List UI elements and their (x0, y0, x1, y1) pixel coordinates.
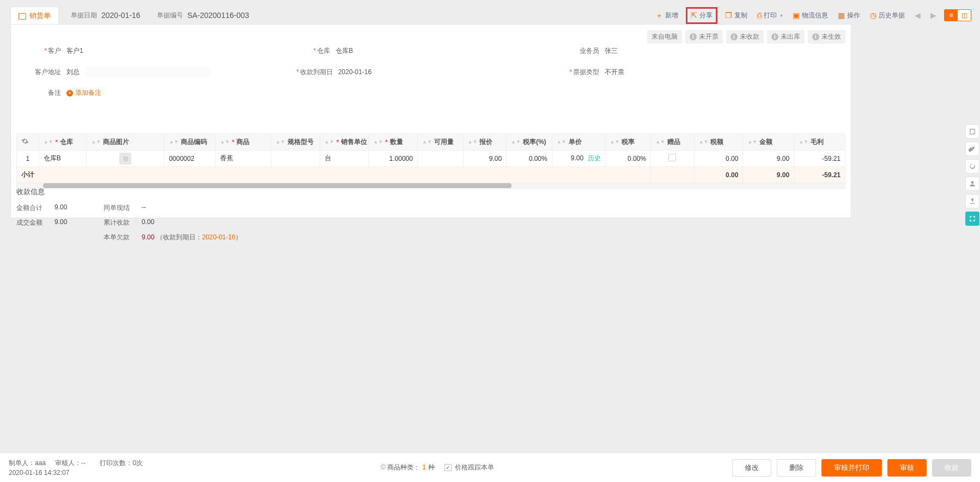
share-icon: ⇱ (691, 11, 697, 19)
col-image[interactable]: ▲▼商品图片 (87, 134, 165, 150)
info-icon: i (731, 33, 738, 40)
cell-qty: 1.00000 (369, 150, 418, 167)
doc-date-label: 单据日期 (71, 11, 97, 20)
field-warehouse: *仓库 仓库B (296, 46, 565, 56)
cell-amount: 9.00 (743, 150, 794, 167)
history-icon: ◷ (870, 11, 876, 19)
new-button[interactable]: ＋ 新增 (653, 10, 680, 21)
status-uneffective: i未生效 (808, 30, 845, 44)
side-expand-button[interactable] (965, 212, 979, 226)
payinfo-title: 收款信息 (16, 187, 245, 197)
audit-print-button[interactable]: 审核并打印 (821, 459, 882, 477)
subtotal-amount: 9.00 (743, 167, 794, 183)
col-profit[interactable]: ▲▼毛利 (794, 134, 845, 150)
side-note-button[interactable] (965, 124, 979, 138)
share-button[interactable]: ⇱ 分享 (686, 7, 717, 24)
pager-prev[interactable]: ◀ (912, 11, 923, 20)
addr-mask (85, 67, 210, 77)
status-uninvoiced: i未开票 (685, 30, 723, 44)
gear-icon (21, 137, 29, 145)
note-icon (969, 128, 976, 135)
cell-quote: 9.00 (463, 150, 507, 167)
col-amount[interactable]: ▲▼金额 (743, 134, 794, 150)
pager-next[interactable]: ▶ (928, 11, 939, 20)
col-spec[interactable]: ▲▼规格型号 (271, 134, 320, 150)
view-list-icon[interactable]: ≡ (945, 10, 958, 21)
side-user-button[interactable] (965, 177, 979, 191)
plus-icon: ＋ (655, 11, 663, 19)
export-icon (969, 197, 976, 205)
print-button[interactable]: ⎙ 打印 ▾ (755, 10, 785, 21)
col-warehouse[interactable]: ▲▼*仓库 (39, 134, 87, 150)
side-export-button[interactable] (965, 194, 979, 208)
price-follow-checkbox[interactable]: ✓ 价格跟踪本单 (445, 463, 494, 472)
tab-sales-order[interactable]: 销货单 (10, 7, 59, 24)
col-taxrate[interactable]: ▲▼税率 (605, 134, 651, 150)
col-discount[interactable]: ▲▼税率(%) (507, 134, 552, 150)
operate-button[interactable]: ▦ 操作 (836, 10, 862, 21)
caret-down-icon: ▾ (780, 13, 783, 19)
cell-gift[interactable] (651, 150, 695, 167)
col-available[interactable]: ▲▼可用量 (417, 134, 463, 150)
side-attach-button[interactable] (965, 142, 979, 156)
col-gift[interactable]: ▲▼赠品 (651, 134, 695, 150)
logistics-button[interactable]: ▣ 物流信息 (790, 10, 830, 21)
col-gear[interactable] (17, 134, 39, 150)
col-qty[interactable]: ▲▼*数量 (369, 134, 418, 150)
col-quote[interactable]: ▲▼报价 (463, 134, 507, 150)
col-price[interactable]: ▲▼单价 (552, 134, 605, 150)
image-icon: ▧ (119, 153, 131, 165)
delete-button[interactable]: 删除 (777, 459, 816, 477)
checkbox-icon: ✓ (445, 464, 452, 471)
subtotal-label: 小计 (17, 167, 39, 183)
status-unout: i未出库 (767, 30, 805, 44)
gift-checkbox[interactable] (668, 154, 676, 161)
table-row[interactable]: 1 仓库B ▧ 0000002 香蕉 台 1.00000 9.00 0.00% … (17, 150, 845, 167)
copy-icon: ❐ (725, 11, 732, 19)
grid-icon: ▦ (838, 11, 845, 19)
table-subtotal-row: 小计 0.00 9.00 -59.21 (17, 167, 845, 183)
doc-no-value: SA-20200116-003 (187, 11, 249, 20)
col-tax[interactable]: ▲▼税额 (694, 134, 743, 150)
copy-button[interactable]: ❐ 复制 (723, 10, 750, 21)
info-icon: i (690, 33, 697, 40)
pay-owe: 本单欠款 9.00 （收款到期日：2020-01-16） (104, 233, 245, 242)
expand-icon (969, 215, 976, 222)
price-history-link[interactable]: 历史 (588, 154, 601, 162)
col-unit[interactable]: ▲▼*销售单位 (320, 134, 369, 150)
goods-kind: © 商品种类：1种 (381, 463, 435, 472)
user-icon (969, 180, 976, 188)
doc-no-label: 单据编号 (157, 11, 183, 20)
pay-accum: 累计收款0.00 (104, 218, 245, 227)
pay-deal: 成交金额9.00 (16, 218, 104, 227)
cell-unit: 台 (320, 150, 369, 167)
col-code[interactable]: ▲▼商品编码 (165, 134, 216, 150)
side-refresh-button[interactable] (965, 159, 979, 173)
cell-spec (271, 150, 320, 167)
add-remark-link[interactable]: + 添加备注 (66, 88, 101, 98)
cell-code: 0000002 (165, 150, 216, 167)
history-button[interactable]: ◷ 历史单据 (868, 10, 907, 21)
attachment-icon (969, 145, 976, 153)
info-icon: i (812, 33, 819, 40)
cell-available (417, 150, 463, 167)
print-icon: ⎙ (757, 11, 762, 19)
doc-icon (19, 12, 26, 20)
col-product[interactable]: ▲▼*商品 (215, 134, 271, 150)
tab-title: 销货单 (29, 11, 51, 21)
field-remark: 备注 + 添加备注 (27, 88, 296, 98)
receive-button[interactable]: 收款 (932, 459, 971, 477)
cell-taxrate: 0.00% (605, 150, 651, 167)
cell-warehouse: 仓库B (39, 150, 87, 167)
subtotal-tax: 0.00 (694, 167, 743, 183)
doc-date-value: 2020-01-16 (101, 11, 141, 20)
status-unreceived: i未收款 (726, 30, 764, 44)
footer-timestamp: 2020-01-16 14:32:07 (9, 468, 143, 478)
cell-price: 9.00 历史 (552, 150, 605, 167)
edit-button[interactable]: 修改 (732, 459, 771, 477)
subtotal-profit: -59.21 (794, 167, 845, 183)
view-switch[interactable]: ≡ ◫ (944, 9, 971, 21)
view-detail-icon[interactable]: ◫ (958, 10, 971, 21)
audit-button[interactable]: 审核 (887, 459, 927, 477)
cell-idx: 1 (17, 150, 39, 167)
